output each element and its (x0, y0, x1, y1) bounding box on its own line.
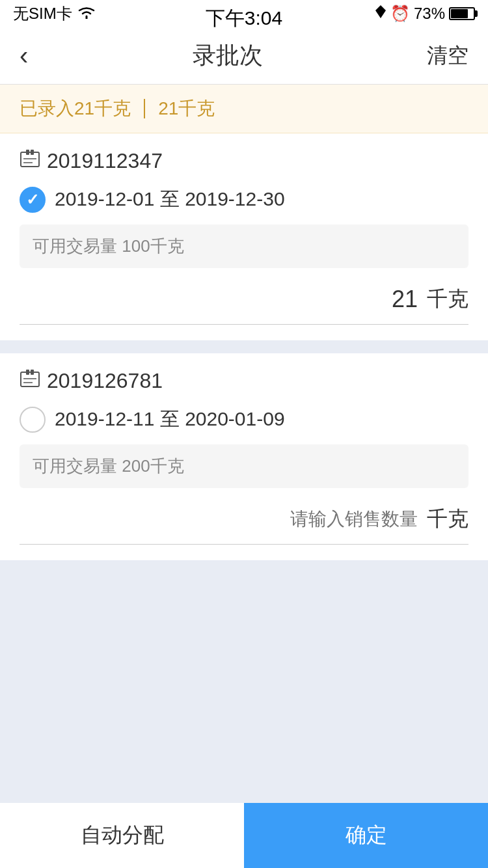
batch-2-icon (20, 370, 40, 392)
svg-rect-6 (26, 370, 29, 375)
page-title: 录批次 (193, 40, 263, 72)
svg-rect-1 (26, 150, 29, 155)
batch-1-icon (20, 150, 40, 172)
bottom-area (0, 560, 488, 807)
location-icon (375, 5, 386, 23)
alarm-icon: ⏰ (390, 5, 410, 23)
batch-2-amount-input[interactable] (20, 509, 418, 530)
nav-bar: ‹ 录批次 清空 (0, 27, 488, 85)
batch-2-bottom-space (0, 545, 488, 560)
battery-percent: 73% (414, 5, 445, 23)
batch-card-2: 2019126781 2019-12-11 至 2020-01-09 可用交易量… (0, 353, 488, 560)
info-divider (144, 99, 145, 118)
batch-1-header: 2019112347 (0, 133, 488, 181)
status-bar: 无SIM卡 下午3:04 ⏰ 73% (0, 0, 488, 27)
svg-rect-7 (31, 370, 34, 375)
carrier-label: 无SIM卡 (13, 3, 72, 24)
svg-rect-5 (21, 372, 39, 387)
batch-2-amount-row: 千克 (0, 495, 488, 544)
batch-1-date: 2019-12-01 至 2019-12-30 (55, 186, 285, 213)
bottom-buttons: 自动分配 确定 (0, 803, 488, 868)
svg-rect-2 (31, 150, 34, 155)
batch-2-row: 2019-12-11 至 2020-01-09 (0, 401, 488, 438)
batch-2-date: 2019-12-11 至 2020-01-09 (55, 406, 285, 433)
batch-2-unit: 千克 (427, 505, 468, 534)
batch-card-1: 2019112347 2019-12-01 至 2019-12-30 可用交易量… (0, 133, 488, 340)
batch-1-bottom-space (0, 325, 488, 340)
batch-1-available: 可用交易量 100千克 (20, 224, 468, 268)
recorded-value: 21千克 (158, 96, 215, 121)
wifi-icon (77, 5, 96, 23)
back-button[interactable]: ‹ (20, 41, 28, 70)
svg-rect-0 (21, 152, 39, 167)
status-right: ⏰ 73% (375, 5, 475, 23)
batch-2-checkbox[interactable] (20, 407, 46, 433)
batch-2-id: 2019126781 (47, 369, 163, 393)
section-divider (0, 340, 488, 353)
batch-2-header: 2019126781 (0, 353, 488, 401)
batch-1-amount-input[interactable] (353, 286, 418, 313)
clear-button[interactable]: 清空 (427, 42, 468, 70)
batch-1-row: 2019-12-01 至 2019-12-30 (0, 181, 488, 218)
battery-icon (449, 7, 475, 20)
status-time: 下午3:04 (206, 5, 282, 32)
recorded-label: 已录入21千克 (20, 96, 131, 121)
batch-1-id: 2019112347 (47, 149, 163, 173)
confirm-button[interactable]: 确定 (244, 803, 488, 868)
batch-1-amount-row: 千克 (0, 275, 488, 324)
auto-distribute-button[interactable]: 自动分配 (0, 803, 244, 868)
status-left: 无SIM卡 (13, 3, 96, 24)
info-banner: 已录入21千克 21千克 (0, 85, 488, 133)
batch-1-checkbox[interactable] (20, 187, 46, 213)
batch-1-unit: 千克 (427, 285, 468, 314)
batch-2-available: 可用交易量 200千克 (20, 444, 468, 488)
